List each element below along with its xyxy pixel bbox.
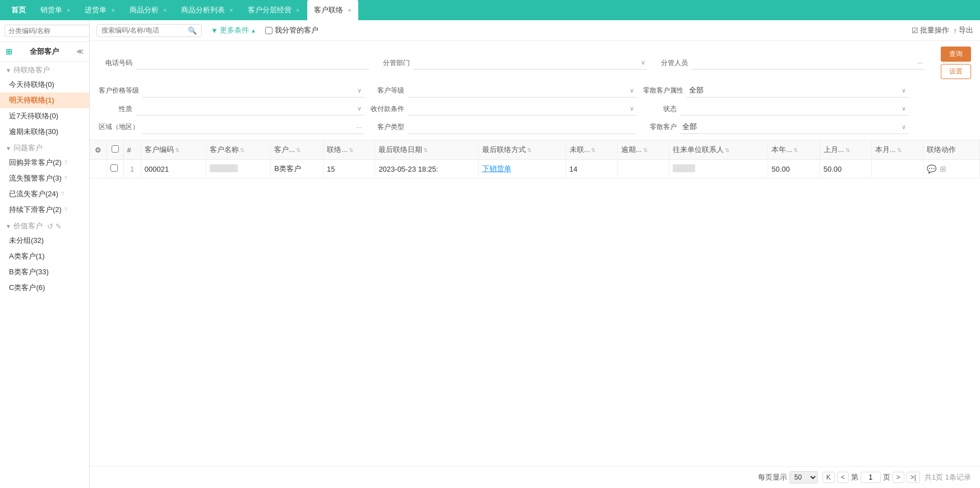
- filter-scattered-attr[interactable]: 零散客户属性 全部 ∨: [643, 84, 908, 98]
- select-all-checkbox[interactable]: [112, 145, 119, 153]
- sidebar-item-churn-warning[interactable]: 流失预警客户(3) ?: [0, 171, 89, 186]
- row-type: B类客户: [271, 160, 323, 178]
- th-code[interactable]: 客户编码⇅: [141, 140, 206, 160]
- nav-item-analysis[interactable]: 商品分析 ×: [123, 0, 173, 20]
- filter-status[interactable]: 状态 ∨: [643, 102, 908, 116]
- search-icon[interactable]: 🔍: [188, 26, 197, 35]
- my-customers-checkbox[interactable]: [265, 27, 272, 34]
- main-search-input[interactable]: [101, 26, 186, 34]
- th-this-year[interactable]: 本年...⇅: [768, 140, 820, 160]
- sidebar-item-7days[interactable]: 近7天待联络(0): [0, 108, 89, 124]
- sidebar-item-tomorrow[interactable]: 明天待联络(1): [0, 93, 89, 108]
- query-button[interactable]: 查询: [941, 47, 971, 62]
- th-last-month[interactable]: 上月...⇅: [820, 140, 871, 160]
- total-records-text: 共1页 1条记录: [924, 472, 971, 482]
- table-row: 1 000021 B类客户 15 2023-05-23 18:25: 下销货单 …: [90, 160, 980, 178]
- page-number-input[interactable]: [861, 472, 881, 483]
- price-level-select[interactable]: ∨: [142, 84, 364, 98]
- close-icon[interactable]: ×: [111, 7, 114, 13]
- row-last-method[interactable]: 下销货单: [478, 160, 566, 178]
- filter-phone: 电话号码: [99, 56, 369, 70]
- sidebar-item-class-c[interactable]: C类客户(6): [0, 280, 89, 296]
- reset-button[interactable]: 设置: [941, 64, 971, 79]
- nav-item-sales[interactable]: 销货单 ×: [34, 0, 77, 20]
- page-size-select[interactable]: 20 50 100 200: [789, 471, 818, 484]
- dept-select[interactable]: ∨: [413, 56, 647, 70]
- prev-page-button[interactable]: <: [837, 472, 849, 483]
- action-icons: 💬 ⊞: [927, 164, 976, 173]
- filter-region[interactable]: 区域（地区） ···: [99, 121, 364, 134]
- batch-operation-button[interactable]: ☑ 批量操作: [912, 25, 949, 35]
- top-navigation: 首页 销货单 × 进货单 × 商品分析 × 商品分析列表 × 客户分层经营 × …: [0, 0, 980, 20]
- filter-nature[interactable]: 性质 ∨: [99, 102, 364, 116]
- filter-scattered[interactable]: 零散客户 全部 ∨: [643, 120, 908, 134]
- close-icon[interactable]: ×: [163, 7, 167, 13]
- sidebar-item-class-a[interactable]: A类客户(1): [0, 248, 89, 264]
- collapse-icon[interactable]: ≪: [76, 48, 84, 56]
- customer-level-select[interactable]: ∨: [408, 84, 636, 98]
- nav-item-customer-contact[interactable]: 客户联络 ×: [307, 0, 358, 20]
- chevron-down-icon: ∨: [630, 87, 634, 94]
- message-icon[interactable]: 💬: [927, 164, 936, 173]
- sidebar-item-overdue[interactable]: 逾期未联络(30): [0, 124, 89, 140]
- close-icon[interactable]: ×: [67, 7, 70, 13]
- filter-customer-type[interactable]: 客户类型: [371, 121, 636, 134]
- row-select-checkbox[interactable]: [110, 164, 118, 172]
- filter-dept[interactable]: 分管部门 ∨: [376, 56, 647, 70]
- row-checkbox[interactable]: [107, 160, 123, 178]
- chevron-down-icon: ∨: [641, 59, 645, 66]
- sidebar-item-declining[interactable]: 持续下滑客户(2) ?: [0, 202, 89, 218]
- sidebar-item-ungrouped[interactable]: 未分组(32): [0, 233, 89, 248]
- sidebar-search-input[interactable]: [4, 25, 90, 37]
- triangle-icon: ▼: [6, 67, 11, 73]
- next-page-button[interactable]: >: [893, 472, 904, 483]
- nav-item-analysis-list[interactable]: 商品分析列表 ×: [174, 0, 239, 20]
- edit-icon[interactable]: ✎: [56, 222, 62, 231]
- sidebar-item-churned[interactable]: 已流失客户(24) ?: [0, 186, 89, 202]
- th-gear[interactable]: ⚙: [90, 140, 107, 160]
- th-uncontacted[interactable]: 未联...⇅: [566, 140, 617, 160]
- th-type[interactable]: 客户...⇅: [271, 140, 323, 160]
- nav-item-customer-tier[interactable]: 客户分层经营 ×: [241, 0, 306, 20]
- nav-item-purchase[interactable]: 进货单 ×: [78, 0, 121, 20]
- close-icon[interactable]: ×: [229, 7, 233, 13]
- refresh-icon[interactable]: ↺: [47, 222, 53, 231]
- nature-select[interactable]: ∨: [136, 102, 364, 116]
- th-this-month[interactable]: 本月...⇅: [872, 140, 923, 160]
- th-unit-contact[interactable]: 往来单位联系人⇅: [669, 140, 768, 160]
- filter-manager[interactable]: 分管人员 ···: [654, 56, 925, 70]
- nav-item-home[interactable]: 首页: [4, 0, 33, 20]
- status-select[interactable]: ∨: [680, 102, 908, 116]
- search-box[interactable]: 🔍: [96, 24, 202, 37]
- grid-action-icon[interactable]: ⊞: [940, 164, 946, 173]
- my-customers-filter[interactable]: 我分管的客户: [265, 25, 318, 35]
- th-last-contact-date[interactable]: 最后联络日期⇅: [375, 140, 478, 160]
- last-method-link[interactable]: 下销货单: [482, 164, 511, 173]
- th-last-contact-method[interactable]: 最后联络方式⇅: [478, 140, 566, 160]
- close-icon[interactable]: ×: [348, 7, 351, 13]
- th-name[interactable]: 客户名称⇅: [206, 140, 271, 160]
- region-select[interactable]: ···: [142, 121, 364, 134]
- filter-payment[interactable]: 收付款条件 ∨: [371, 102, 636, 116]
- th-overdue[interactable]: 逾期...⇅: [617, 140, 669, 160]
- th-checkbox[interactable]: [107, 140, 123, 160]
- sort-icon: ⇅: [296, 147, 301, 153]
- last-page-button[interactable]: >|: [907, 472, 920, 483]
- filter-row-2: 客户价格等级 ∨ 客户等级 ∨ 零散客户属性 全部 ∨: [99, 84, 971, 98]
- payment-select[interactable]: ∨: [408, 102, 636, 116]
- close-icon[interactable]: ×: [296, 7, 299, 13]
- manager-select[interactable]: ···: [691, 56, 925, 70]
- sidebar-item-class-b[interactable]: B类客户(33): [0, 264, 89, 280]
- filter-price-level[interactable]: 客户价格等级 ∨: [99, 84, 364, 98]
- customer-table: ⚙ # 客户编码⇅ 客户名称⇅ 客户...⇅ 联络...⇅ 最后联络日期⇅ 最后…: [90, 140, 980, 178]
- sidebar-item-today[interactable]: 今天待联络(0): [0, 77, 89, 93]
- pagination-bar: 每页显示 20 50 100 200 K < 第 页 > >| 共1页 1条记录: [90, 466, 980, 488]
- th-contact-count[interactable]: 联络...⇅: [323, 140, 375, 160]
- more-conditions-button[interactable]: ▼ 更多条件 ▲: [206, 24, 261, 37]
- sidebar-all-customers[interactable]: ⊞ 全部客户 ≪: [0, 42, 89, 62]
- row-this-year: 50.00: [768, 160, 820, 178]
- filter-customer-level[interactable]: 客户等级 ∨: [371, 84, 636, 98]
- first-page-button[interactable]: K: [822, 472, 835, 483]
- export-button[interactable]: ↑ 导出: [954, 25, 974, 35]
- sidebar-item-abnormal[interactable]: 回购异常客户(2) ?: [0, 155, 89, 171]
